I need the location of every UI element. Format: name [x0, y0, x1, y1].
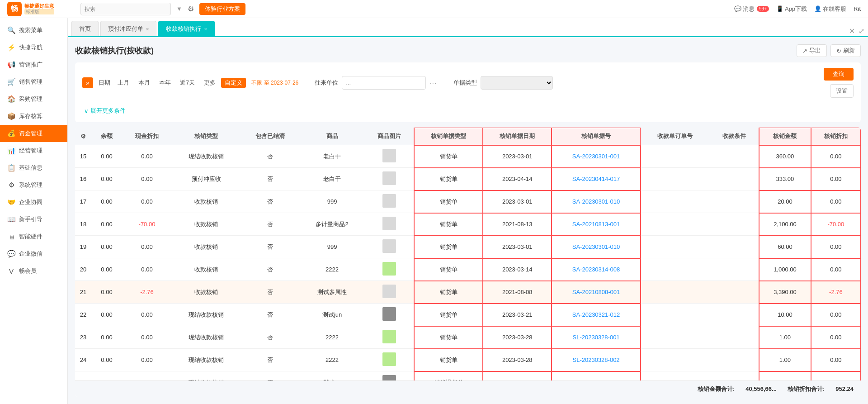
cell-id: 22 — [75, 304, 91, 326]
sidebar-item-marketing[interactable]: 📢 营销推广 — [0, 56, 67, 73]
table-row: 16 0.00 0.00 预付冲应收 否 老白干 销货单 2023-04-14 … — [75, 168, 861, 190]
cell-id: 25 — [75, 371, 91, 381]
close-window-icon[interactable]: ✕ — [849, 27, 855, 35]
doctype-select[interactable] — [481, 76, 553, 90]
tab-prepay[interactable]: 预付冲应付单 × — [100, 21, 156, 36]
cell-product: 2222 — [300, 258, 364, 281]
export-icon: ↗ — [802, 48, 807, 54]
last7-btn[interactable]: 近7天 — [176, 78, 198, 88]
gear-icon[interactable]: ⚙ — [188, 5, 194, 13]
col-settings[interactable]: ⚙ — [75, 128, 91, 145]
sidebar-item-operations[interactable]: 📊 经营管理 — [0, 142, 67, 159]
cell-cash-discount: 0.00 — [122, 371, 172, 381]
cell-balance: 0.00 — [91, 168, 122, 190]
app-download-btn[interactable]: 📱 App下载 — [776, 5, 807, 13]
tab-home-label: 首页 — [79, 25, 91, 33]
tab-home[interactable]: 首页 — [71, 21, 99, 36]
expand-window-icon[interactable]: ⤢ — [859, 27, 864, 35]
settings-button[interactable]: 设置 — [830, 84, 854, 98]
cell-included: 否 — [241, 281, 300, 304]
this-month-btn[interactable]: 本月 — [135, 78, 154, 88]
top-bar-right: 💬 消息 99+ 📱 App下载 👤 在线客服 Rit — [734, 5, 861, 13]
last-month-btn[interactable]: 上月 — [114, 78, 133, 88]
cell-amount: 333.00 — [759, 168, 811, 190]
doc-no-link[interactable]: SA-20230414-017 — [572, 176, 620, 182]
sidebar-item-sales[interactable]: 🛒 销售管理 — [0, 73, 67, 90]
table-row: 21 0.00 -2.76 收款核销 否 测试多属性 销货单 2021-08-0… — [75, 281, 861, 304]
doc-no-link[interactable]: SA-20230301-010 — [572, 198, 620, 205]
doc-no-link[interactable]: SL-20230328-001 — [573, 334, 620, 341]
tab-verify-close[interactable]: × — [204, 26, 207, 32]
cell-product: 测试多属性 — [300, 281, 364, 304]
sidebar-item-enterprise[interactable]: 🤝 企业协同 — [0, 194, 67, 211]
cell-balance: 0.00 — [91, 326, 122, 349]
cell-product-img — [364, 213, 414, 236]
cell-verify-type: 现结收款核销 — [172, 349, 241, 371]
user-name[interactable]: Rit — [854, 5, 861, 12]
cell-verify-type: 现结收款核销 — [172, 145, 241, 168]
cell-id: 15 — [75, 145, 91, 168]
cell-balance: 0.00 — [91, 281, 122, 304]
doc-no-link[interactable]: SA-20230321-012 — [572, 311, 620, 318]
sidebar-item-search[interactable]: 🔍 搜索菜单 — [0, 22, 67, 39]
doc-no-link[interactable]: SA-20230301-001 — [572, 153, 620, 160]
sidebar-item-member[interactable]: V 畅会员 — [0, 262, 67, 280]
cell-amount: 10.00 — [759, 304, 811, 326]
sidebar-item-inventory[interactable]: 📦 库存核算 — [0, 108, 67, 125]
sidebar-item-hardware[interactable]: 🖥 智能硬件 — [0, 228, 67, 245]
page-title: 收款核销执行(按收款) — [75, 45, 154, 56]
doc-no-link[interactable]: SA-20210808-001 — [572, 289, 620, 295]
tab-verify[interactable]: 收款核销执行 × — [158, 21, 214, 36]
cell-balance: 0.00 — [91, 349, 122, 371]
sidebar-item-wechat[interactable]: 💬 企业微信 — [0, 245, 67, 262]
sidebar-item-purchase[interactable]: 🏠 采购管理 — [0, 90, 67, 108]
cell-condition — [709, 236, 759, 258]
sidebar-item-guide[interactable]: 📖 新手引导 — [0, 211, 67, 228]
cell-doc-date: 2023-03-01 — [483, 190, 552, 213]
table-wrapper[interactable]: ⚙ 余额 现金折扣 核销类型 包含已结清 商品 商品图片 核销单据类型 核销单据… — [75, 128, 861, 380]
cell-doc-no: SA-20230301-010 — [552, 190, 641, 213]
sidebar-item-basic[interactable]: 📋 基础信息 — [0, 159, 67, 176]
counterparty-input[interactable] — [342, 76, 426, 90]
cell-doc-date: 2023-03-28 — [483, 349, 552, 371]
cell-doc-date: 2023-03-31 — [483, 371, 552, 381]
this-year-btn[interactable]: 本年 — [156, 78, 175, 88]
footer-amount-label: 核销金额合计: — [698, 385, 735, 393]
expand-more-btn[interactable]: ∨ 展开更多条件 — [82, 105, 127, 117]
sidebar-item-finance[interactable]: 💰 资金管理 — [0, 125, 67, 142]
cell-doc-no: SL-20230328-002 — [552, 349, 641, 371]
cell-amount: 3,390.00 — [759, 281, 811, 304]
doc-no-link[interactable]: SA-20230301-010 — [572, 243, 620, 250]
doc-no-link[interactable]: SA-20210813-001 — [572, 221, 620, 228]
doc-no-link[interactable]: SA-20230314-008 — [572, 266, 620, 273]
header-actions: ↗ 导出 ↻ 刷新 — [797, 44, 861, 57]
industry-button[interactable]: 体验行业方案 — [199, 3, 245, 15]
sidebar-item-system[interactable]: ⚙ 系统管理 — [0, 176, 67, 194]
doc-no-link[interactable]: SL-20230328-002 — [573, 356, 620, 363]
cell-doc-date: 2023-03-14 — [483, 258, 552, 281]
search-dropdown-icon[interactable]: ▼ — [176, 5, 182, 12]
cell-product: 老白干 — [300, 145, 364, 168]
search-input[interactable] — [80, 3, 171, 15]
filter-expand-button[interactable]: » — [82, 77, 93, 88]
footer-amount-value: 40,556,66... — [745, 385, 777, 392]
query-button[interactable]: 查询 — [824, 68, 854, 81]
cell-cash-discount: 0.00 — [122, 326, 172, 349]
custom-btn[interactable]: 自定义 — [221, 78, 246, 88]
sidebar-item-label: 快捷导航 — [19, 43, 42, 52]
sidebar: 🔍 搜索菜单 ⚡ 快捷导航 📢 营销推广 🛒 销售管理 🏠 采购管理 📦 库存核… — [0, 18, 68, 404]
cell-included: 否 — [241, 213, 300, 236]
tab-prepay-close[interactable]: × — [146, 26, 149, 32]
cell-order-no — [641, 145, 709, 168]
export-button[interactable]: ↗ 导出 — [797, 44, 827, 57]
cell-doc-date: 2023-03-21 — [483, 304, 552, 326]
cell-included: 否 — [241, 326, 300, 349]
refresh-button[interactable]: ↻ 刷新 — [830, 44, 861, 57]
message-btn[interactable]: 💬 消息 99+ — [734, 5, 769, 13]
sidebar-item-quicknav[interactable]: ⚡ 快捷导航 — [0, 39, 67, 56]
more-btn[interactable]: 更多 — [200, 78, 219, 88]
chevron-down-icon: ∨ — [84, 108, 89, 114]
online-service-btn[interactable]: 👤 在线客服 — [814, 5, 846, 13]
cell-cash-discount: 0.00 — [122, 190, 172, 213]
cell-condition — [709, 281, 759, 304]
